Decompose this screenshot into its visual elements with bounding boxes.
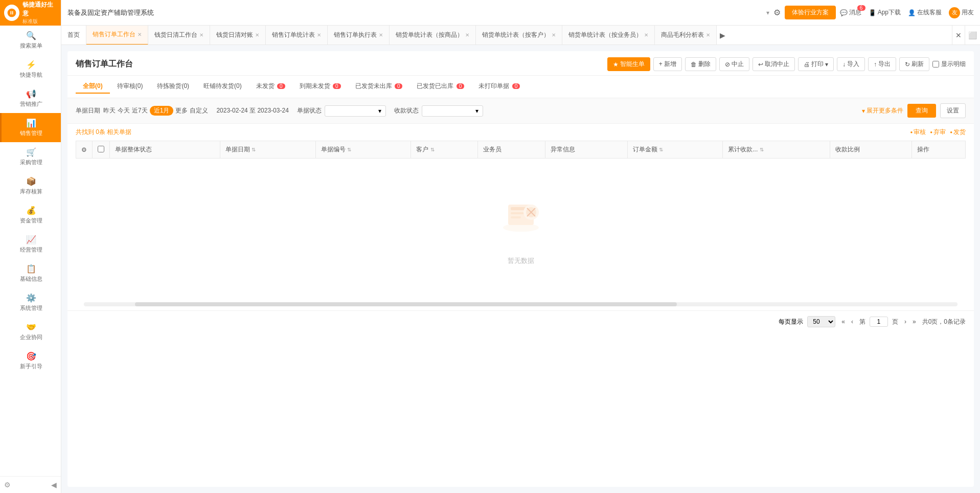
tab-close-sales-by-product[interactable]: ✕: [465, 32, 469, 38]
tab-close-cash-reconcile[interactable]: ✕: [255, 32, 259, 38]
sidebar-item-search[interactable]: 🔍 搜索菜单: [0, 26, 61, 55]
tab-maximize-btn[interactable]: ⬜: [965, 26, 980, 45]
print-btn[interactable]: 🖨 打印 ▾: [798, 57, 834, 71]
sidebar-item-marketing[interactable]: 📢 营销推广: [0, 84, 61, 113]
ship-action-link[interactable]: 发货: [950, 128, 966, 137]
horizontal-scrollbar-thumb[interactable]: [135, 302, 677, 306]
expand-conditions-btn[interactable]: ▾ 展开更多条件: [862, 106, 903, 115]
col-checkbox[interactable]: [93, 141, 110, 159]
tab-sales-stat[interactable]: 销售订单统计表 ✕: [266, 26, 328, 45]
payment-select[interactable]: ▾: [422, 105, 483, 117]
filter-tab-shipped-not-out[interactable]: 已发货未出库 0: [348, 80, 410, 94]
collected-sort-icon[interactable]: ⇅: [760, 147, 764, 152]
app-download-item[interactable]: 📱 App下载: [869, 8, 901, 17]
filter-tab-overdue-not-shipped[interactable]: 到期未发货 0: [292, 80, 348, 94]
tab-close-cash-daily[interactable]: ✕: [199, 32, 203, 38]
user-item[interactable]: 友 用友: [949, 7, 974, 18]
sidebar-item-sales[interactable]: 📊 销售管理: [0, 113, 61, 142]
filter-tab-not-shipped[interactable]: 未发货 0: [249, 80, 292, 94]
tab-more-btn[interactable]: ▶: [717, 31, 728, 39]
smart-create-btn[interactable]: ★ 智能生单: [607, 57, 650, 71]
col-staff-header[interactable]: 业务员: [478, 141, 545, 159]
cancel-stop-btn[interactable]: ↩ 取消中止: [753, 57, 795, 71]
sidebar-item-quick-nav[interactable]: ⚡ 快捷导航: [0, 55, 61, 84]
date-7days[interactable]: 近7天: [132, 106, 148, 115]
date-1month[interactable]: 近1月: [150, 106, 174, 116]
page-first-btn[interactable]: «: [839, 317, 847, 326]
col-number-header[interactable]: 单据编号 ⇅: [315, 141, 411, 159]
delete-btn[interactable]: 🗑 删除: [685, 57, 716, 71]
tab-close-sales-by-staff[interactable]: ✕: [644, 32, 648, 38]
col-customer-header[interactable]: 客户 ⇅: [411, 141, 478, 159]
amount-sort-icon[interactable]: ⇅: [659, 147, 663, 152]
tab-sales-by-customer[interactable]: 销货单统计表（按客户） ✕: [476, 26, 562, 45]
per-page-select[interactable]: 50 100 200: [807, 316, 835, 327]
show-detail-checkbox[interactable]: [932, 61, 939, 68]
horizontal-scrollbar[interactable]: [84, 302, 958, 306]
online-service-item[interactable]: 👤 在线客服: [908, 8, 942, 17]
date-today[interactable]: 今天: [118, 106, 130, 115]
unreviewed-action-link[interactable]: 弃审: [930, 128, 946, 137]
filter-tab-wangpu[interactable]: 旺铺待发货(0): [196, 80, 249, 94]
tab-home[interactable]: 首页: [61, 26, 86, 45]
tab-close-sales-exec[interactable]: ✕: [379, 32, 383, 38]
tab-sales-by-product[interactable]: 销货单统计表（按商品） ✕: [390, 26, 476, 45]
sidebar-item-operation[interactable]: 📈 经营管理: [0, 230, 61, 259]
filter-tab-all[interactable]: 全部(0): [76, 80, 110, 94]
sidebar-settings-icon[interactable]: ⚙: [4, 481, 11, 489]
date-sort-icon[interactable]: ⇅: [252, 147, 256, 152]
tab-cash-daily[interactable]: 钱货日清工作台 ✕: [148, 26, 210, 45]
sidebar-item-system[interactable]: ⚙️ 系统管理: [0, 288, 61, 317]
export-btn[interactable]: ↑ 导出: [868, 57, 896, 71]
page-next-btn[interactable]: ›: [902, 317, 908, 326]
page-number-input[interactable]: [870, 317, 888, 327]
tab-close-sales-stat[interactable]: ✕: [317, 32, 321, 38]
filter-tab-pending-review[interactable]: 待审核(0): [110, 80, 150, 94]
refresh-btn[interactable]: ↻ 刷新: [899, 57, 929, 71]
number-sort-icon[interactable]: ⇅: [347, 147, 351, 152]
sidebar-item-enterprise[interactable]: 🤝 企业协同: [0, 317, 61, 346]
sidebar-collapse-icon[interactable]: ◀: [51, 481, 57, 489]
sidebar-item-purchase[interactable]: 🛒 采购管理: [0, 142, 61, 171]
tab-gross-analysis[interactable]: 商品毛利分析表 ✕: [655, 26, 717, 45]
col-settings[interactable]: ⚙: [76, 141, 93, 159]
sidebar-item-finance[interactable]: 💰 资金管理: [0, 200, 61, 230]
message-icon-item[interactable]: 💬 6 消息: [840, 8, 861, 17]
dropdown-arrow-header[interactable]: ▾: [766, 9, 769, 16]
tab-close-sales-order[interactable]: ✕: [138, 32, 142, 37]
select-all-checkbox[interactable]: [98, 146, 104, 152]
query-btn[interactable]: 查询: [907, 104, 936, 118]
sidebar-item-basic[interactable]: 📋 基础信息: [0, 259, 61, 288]
date-custom[interactable]: 自定义: [190, 106, 208, 115]
review-action-link[interactable]: 审核: [910, 128, 926, 137]
customer-sort-icon[interactable]: ⇅: [430, 147, 435, 152]
sidebar-item-inventory[interactable]: 📦 库存核算: [0, 171, 61, 200]
filter-tab-not-printed[interactable]: 未打印单据 0: [471, 80, 527, 94]
page-prev-btn[interactable]: ‹: [849, 317, 855, 326]
status-select[interactable]: ▾: [325, 105, 386, 117]
tab-cash-reconcile[interactable]: 钱货日清对账 ✕: [210, 26, 266, 45]
filter-tab-shipped-out[interactable]: 已发货已出库 0: [409, 80, 471, 94]
col-date-header[interactable]: 单据日期 ⇅: [220, 141, 316, 159]
date-yesterday[interactable]: 昨天: [103, 106, 116, 115]
tab-sales-order-workbench[interactable]: 销售订单工作台 ✕: [86, 26, 148, 45]
horizontal-scrollbar-container[interactable]: [67, 300, 974, 310]
tab-close-all-btn[interactable]: ✕: [952, 26, 965, 45]
tab-sales-by-staff[interactable]: 销货单统计表（按业务员） ✕: [562, 26, 655, 45]
filter-tab-pending-inspect[interactable]: 待拣验货(0): [150, 80, 196, 94]
stop-btn[interactable]: ⊘ 中止: [719, 57, 749, 71]
new-btn[interactable]: + 新增: [653, 57, 682, 71]
col-collected-header[interactable]: 累计收款... ⇅: [723, 141, 830, 159]
page-last-btn[interactable]: »: [910, 317, 918, 326]
tab-close-gross-analysis[interactable]: ✕: [706, 32, 710, 38]
import-btn[interactable]: ↓ 导入: [837, 57, 865, 71]
table-scroll-container[interactable]: ⚙ 单据整体状态 单据日期 ⇅ 单据编号 ⇅: [67, 141, 974, 300]
gear-icon[interactable]: ⚙: [773, 8, 781, 17]
set-btn[interactable]: 设置: [940, 103, 966, 118]
show-detail-label[interactable]: 显示明细: [932, 60, 966, 69]
col-amount-header[interactable]: 订单金额 ⇅: [627, 141, 723, 159]
sidebar-item-guide[interactable]: 🎯 新手引导: [0, 346, 61, 375]
tab-sales-exec[interactable]: 销售订单执行表 ✕: [328, 26, 390, 45]
tab-close-sales-by-customer[interactable]: ✕: [552, 32, 556, 38]
date-more[interactable]: 更多: [175, 106, 188, 115]
